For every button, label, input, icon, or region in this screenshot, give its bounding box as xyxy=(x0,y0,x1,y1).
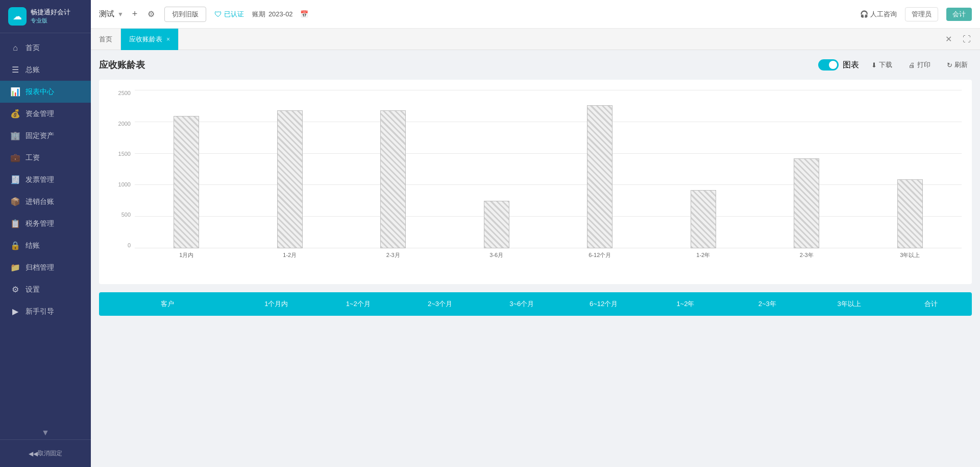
shield-icon: 🛡 xyxy=(214,10,222,18)
home-icon: ⌂ xyxy=(10,43,20,53)
content-area: 应收账龄表 图表 ⬇ 下载 🖨 打印 ↻ 刷新 xyxy=(91,50,980,467)
table-header-cell: 3~6个月 xyxy=(481,292,562,316)
table-header-cell: 1个月内 xyxy=(235,292,317,316)
assets-icon: 🏢 xyxy=(10,131,20,141)
tab-item-1[interactable]: 应收账龄表× xyxy=(121,29,179,50)
sidebar-nav: ⌂ 首页 ☰ 总账 📊 报表中心 💰 资金管理 🏢 固定资产 💼 工资 🧾 发票… xyxy=(0,33,91,426)
sidebar-item-inventory[interactable]: 📦 进销台账 xyxy=(0,191,91,213)
sidebar-item-settings[interactable]: ⚙ 设置 xyxy=(0,278,91,300)
y-axis-label: 1000 xyxy=(109,181,135,188)
refresh-label: 刷新 xyxy=(954,60,968,69)
sidebar-item-label: 新手引导 xyxy=(26,307,54,316)
bar-label: 1-2年 xyxy=(696,251,710,259)
add-tab-button[interactable]: + xyxy=(128,7,142,21)
chart-container: 1月内1-2月2-3月3-6月6-12个月1-2年2-3年3年以上 050010… xyxy=(99,80,972,284)
chart-toggle: 图表 xyxy=(818,59,859,71)
sidebar-item-label: 发票管理 xyxy=(26,175,54,184)
period-value: 2023-02 xyxy=(268,10,293,18)
calendar-icon[interactable]: 📅 xyxy=(300,10,308,18)
page-actions: 图表 ⬇ 下载 🖨 打印 ↻ 刷新 xyxy=(818,58,972,72)
sidebar-item-label: 资金管理 xyxy=(26,109,54,119)
sidebar-item-label: 报表中心 xyxy=(26,87,54,97)
print-label: 打印 xyxy=(917,60,930,69)
sidebar-item-payroll[interactable]: 💼 工资 xyxy=(0,147,91,169)
app-name: 畅捷通好会计 xyxy=(31,8,70,17)
sidebar-item-invoice[interactable]: 🧾 发票管理 xyxy=(0,169,91,191)
bar-label: 3年以上 xyxy=(900,251,920,259)
bar-group: 2-3月 xyxy=(341,90,445,248)
company-dropdown-icon: ▼ xyxy=(117,11,124,18)
sidebar-item-close[interactable]: 🔒 结账 xyxy=(0,235,91,256)
sidebar-item-label: 设置 xyxy=(26,285,40,294)
chart-toggle-label: 图表 xyxy=(843,60,859,71)
y-axis-label: 2000 xyxy=(109,121,135,127)
sidebar-item-assets[interactable]: 🏢 固定资产 xyxy=(0,125,91,147)
settings-button[interactable]: ⚙ xyxy=(144,7,158,21)
bar-label: 1月内 xyxy=(179,251,193,259)
bar-1-2月: 1-2月 xyxy=(277,110,303,248)
company-selector[interactable]: 测试 ▼ xyxy=(99,9,124,19)
bar-2-3月: 2-3月 xyxy=(380,110,406,248)
tab-close-button[interactable]: × xyxy=(166,36,170,43)
archive-icon: 📁 xyxy=(10,263,20,272)
close-icon: 🔒 xyxy=(10,241,20,250)
certified-badge: 🛡 已认证 xyxy=(214,10,244,19)
service-button[interactable]: 🎧 人工咨询 xyxy=(860,10,897,19)
close-tab-button[interactable]: ✕ xyxy=(941,32,955,46)
sidebar-item-label: 结账 xyxy=(26,241,40,250)
sidebar-item-tax[interactable]: 📋 税务管理 xyxy=(0,213,91,235)
manager-button[interactable]: 管理员 xyxy=(905,7,938,21)
sidebar-item-label: 固定资产 xyxy=(26,131,54,141)
gear-icon: ⚙ xyxy=(148,9,155,19)
settings-icon: ⚙ xyxy=(10,285,20,294)
inventory-icon: 📦 xyxy=(10,197,20,206)
bar-3年以上: 3年以上 xyxy=(897,179,923,248)
bar-2-3年: 2-3年 xyxy=(794,158,819,248)
cancel-fixed-label: 取消固定 xyxy=(38,449,62,458)
y-axis-label: 1500 xyxy=(109,151,135,157)
bar-group: 3年以上 xyxy=(859,90,962,248)
table-header-cell: 1~2个月 xyxy=(317,292,399,316)
role-button[interactable]: 会计 xyxy=(946,8,972,21)
sidebar: ☁ 畅捷通好会计 专业版 ⌂ 首页 ☰ 总账 📊 报表中心 💰 资金管理 🏢 固… xyxy=(0,0,91,467)
tab-item-0[interactable]: 首页 xyxy=(91,29,121,50)
cancel-fixed-btn[interactable]: ◀◀ 取消固定 xyxy=(0,444,91,463)
refresh-button[interactable]: ↻ 刷新 xyxy=(943,58,972,72)
topbar: 测试 ▼ + ⚙ 切到旧版 🛡 已认证 账期 2023-02 📅 🎧 人工咨询 … xyxy=(91,0,980,29)
logo-area: ☁ 畅捷通好会计 专业版 xyxy=(0,0,91,33)
y-axis-label: 2500 xyxy=(109,90,135,96)
download-button[interactable]: ⬇ 下载 xyxy=(867,58,896,72)
print-icon: 🖨 xyxy=(909,61,915,69)
sidebar-item-reports[interactable]: 📊 报表中心 xyxy=(0,81,91,103)
bar-group: 1-2年 xyxy=(652,90,755,248)
table-header-cell: 2~3个月 xyxy=(399,292,481,316)
bar-1月内: 1月内 xyxy=(174,116,199,248)
sidebar-item-label: 税务管理 xyxy=(26,219,54,228)
sidebar-item-label: 首页 xyxy=(26,43,40,53)
bar-3-6月: 3-6月 xyxy=(484,201,509,248)
sidebar-item-home[interactable]: ⌂ 首页 xyxy=(0,37,91,59)
bar-6-12个月: 6-12个月 xyxy=(587,105,612,248)
sidebar-item-archive[interactable]: 📁 归档管理 xyxy=(0,256,91,278)
table-container: 客户1个月内1~2个月2~3个月3~6个月6~12个月1~2年2~3年3年以上合… xyxy=(99,292,972,316)
bar-label: 2-3月 xyxy=(386,251,400,259)
table-header: 客户1个月内1~2个月2~3个月3~6个月6~12个月1~2年2~3年3年以上合… xyxy=(99,292,972,316)
period-label: 账期 xyxy=(252,10,265,19)
logo-icon: ☁ xyxy=(8,7,27,26)
print-button[interactable]: 🖨 打印 xyxy=(904,58,935,72)
company-name: 测试 xyxy=(99,9,114,19)
bar-label: 2-3年 xyxy=(800,251,814,259)
scroll-indicator: ▼ xyxy=(0,426,91,439)
expand-button[interactable]: ⛶ xyxy=(960,32,974,46)
chart-toggle-switch[interactable] xyxy=(818,59,839,71)
ledger-icon: ☰ xyxy=(10,65,20,75)
sidebar-item-finance[interactable]: 💰 资金管理 xyxy=(0,103,91,125)
sidebar-item-guide[interactable]: ▶ 新手引导 xyxy=(0,300,91,322)
tabbar: 首页应收账龄表× ✕ ⛶ xyxy=(91,29,980,50)
y-axis-label: 500 xyxy=(109,212,135,218)
sidebar-item-ledger[interactable]: ☰ 总账 xyxy=(0,59,91,81)
switch-version-button[interactable]: 切到旧版 xyxy=(164,7,206,22)
chart-y-axis: 05001000150020002500 xyxy=(109,90,135,248)
plus-icon: + xyxy=(132,9,138,19)
bar-label: 3-6月 xyxy=(489,251,503,259)
